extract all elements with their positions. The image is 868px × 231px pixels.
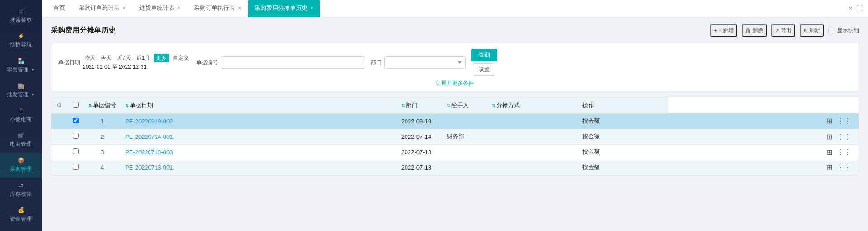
th-doc-date: ⇅单据日期 xyxy=(121,97,397,113)
show-col-toggle[interactable]: 显示明细 xyxy=(828,27,859,34)
sidebar-item-retail[interactable]: 🏪 零售管理 ▼ xyxy=(0,53,42,78)
th-dept: ⇅部门 xyxy=(397,97,442,113)
row-settings-icon[interactable] xyxy=(51,160,67,175)
refresh-button[interactable]: ↻ 刷新 xyxy=(800,24,824,37)
sidebar-item-ecom-small[interactable]: 📱 小畅电商 xyxy=(0,103,42,128)
sidebar-item-shortcut[interactable]: ⚡ 快捷导航 xyxy=(0,28,42,53)
view-icon[interactable]: ⊞ xyxy=(826,117,832,125)
date-field: 单据日期 昨天 今天 近7天 近1月 更多 自定义 2022-01-01 至 2… xyxy=(58,54,191,71)
row-doc-date: 2022-09-19 xyxy=(397,113,442,129)
maximize-icon[interactable]: ⛶ xyxy=(856,5,863,12)
row-checkbox[interactable] xyxy=(73,148,79,154)
row-checkbox-cell[interactable] xyxy=(67,129,84,144)
tab-purchase-order-stats[interactable]: 采购订单统计表 × xyxy=(72,0,132,17)
shortcut-today[interactable]: 今天 xyxy=(99,54,113,62)
sidebar-item-ledger[interactable]: 📒 总账管理 xyxy=(0,227,42,231)
tab-close-icon[interactable]: × xyxy=(310,5,313,11)
more-ops-icon[interactable]: ⋮⋮ xyxy=(837,117,851,125)
expand-label: 展开更多条件 xyxy=(441,80,474,87)
shortcut-yesterday[interactable]: 昨天 xyxy=(83,54,97,62)
dept-select[interactable]: 财务部 xyxy=(384,56,466,69)
tab-home[interactable]: 首页 xyxy=(47,0,71,17)
table-settings-header[interactable]: ⚙ xyxy=(51,97,67,113)
more-ops-icon[interactable]: ⋮⋮ xyxy=(837,148,851,156)
sidebar-item-label: 小畅电商 xyxy=(10,116,32,123)
doc-no-link[interactable]: PE-20220919-002 xyxy=(125,118,173,125)
more-ops-icon[interactable]: ⋮⋮ xyxy=(837,164,851,171)
export-icon: ↗ xyxy=(775,28,779,34)
row-checkbox-cell[interactable] xyxy=(67,160,84,175)
shortcut-more[interactable]: 更多 xyxy=(154,54,169,62)
sidebar-item-finance[interactable]: 💰 资金管理 xyxy=(0,203,42,227)
row-doc-date: 2022-07-13 xyxy=(397,144,442,160)
doc-no-input[interactable] xyxy=(221,56,365,69)
wholesale-icon: 🏬 xyxy=(18,83,24,89)
sidebar-item-search[interactable]: ☰ 搜索菜单 xyxy=(0,4,42,28)
tab-purchase-exec[interactable]: 采购订单执行表 × xyxy=(188,0,247,17)
shortcut-7days[interactable]: 近7天 xyxy=(115,54,133,62)
expand-row: ▽ 展开更多条件 xyxy=(58,80,851,87)
row-doc-no[interactable]: PE-20220919-002 xyxy=(121,113,397,129)
doc-no-link[interactable]: PE-20220713-003 xyxy=(125,149,173,156)
row-doc-no[interactable]: PE-20220713-003 xyxy=(121,144,397,160)
sidebar-item-label: 资金管理 xyxy=(10,215,32,223)
view-icon[interactable]: ⊞ xyxy=(826,148,832,156)
th-ops: 操作 xyxy=(578,97,668,113)
tab-close-icon[interactable]: × xyxy=(177,5,180,11)
export-button[interactable]: ↗ 导出 xyxy=(771,24,795,37)
row-checkbox[interactable] xyxy=(73,164,79,170)
purchase-icon: 📦 xyxy=(18,157,24,164)
row-checkbox-cell[interactable] xyxy=(67,144,84,160)
expand-button[interactable]: ▽ 展开更多条件 xyxy=(436,80,474,87)
shortcut-1month[interactable]: 近1月 xyxy=(135,54,152,62)
select-all-checkbox[interactable] xyxy=(73,102,79,108)
sidebar: ☰ 搜索菜单 ⚡ 快捷导航 🏪 零售管理 ▼ 🏬 批发管理 ▼ 📱 小畅电商 🛒… xyxy=(0,0,42,231)
delete-icon: 🗑 xyxy=(745,28,751,34)
show-col-checkbox[interactable] xyxy=(828,28,834,33)
sidebar-item-ecom[interactable]: 🛒 电商管理 xyxy=(0,128,42,153)
tab-inbound-stats[interactable]: 进货单统计表 × xyxy=(133,0,187,17)
more-ops-icon[interactable]: ⋮⋮ xyxy=(837,133,851,141)
close-all-tabs-icon[interactable]: × xyxy=(849,5,853,13)
delete-label: 删除 xyxy=(752,27,763,34)
add-button[interactable]: + + 新增 xyxy=(710,24,737,37)
tab-close-icon[interactable]: × xyxy=(238,5,241,11)
row-settings-icon[interactable] xyxy=(51,129,67,144)
tab-close-icon[interactable]: × xyxy=(123,5,126,11)
sidebar-item-wholesale[interactable]: 🏬 批发管理 ▼ xyxy=(0,78,42,103)
shortcut-custom[interactable]: 自定义 xyxy=(171,54,191,62)
table-checkbox-header[interactable] xyxy=(67,97,84,113)
row-settings-icon[interactable] xyxy=(51,113,67,129)
export-label: 导出 xyxy=(781,27,792,34)
row-settings-icon[interactable] xyxy=(51,144,67,160)
doc-no-link[interactable]: PE-20220713-001 xyxy=(125,164,173,171)
row-num: 2 xyxy=(84,129,121,144)
sidebar-item-inventory[interactable]: 🗂 库存核算 xyxy=(0,178,42,203)
row-doc-no[interactable]: PE-20220713-001 xyxy=(121,160,397,175)
row-doc-no[interactable]: PE-20220714-001 xyxy=(121,129,397,144)
row-checkbox-cell[interactable] xyxy=(67,113,84,129)
expand-icon: ▽ xyxy=(436,80,440,87)
row-checkbox[interactable] xyxy=(73,133,79,139)
sidebar-item-label: 采购管理 xyxy=(10,165,32,173)
view-icon[interactable]: ⊞ xyxy=(826,164,832,171)
search-buttons: 查询 设置 xyxy=(471,49,497,76)
main-content: 首页 采购订单统计表 × 进货单统计表 × 采购订单执行表 × 采购费用分摊单历… xyxy=(42,0,868,231)
view-icon[interactable]: ⊞ xyxy=(826,133,832,141)
query-button[interactable]: 查询 xyxy=(471,49,497,61)
setting-button[interactable]: 设置 xyxy=(473,63,495,76)
doc-no-label: 单据编号 xyxy=(196,59,218,66)
row-checkbox[interactable] xyxy=(73,118,79,123)
doc-no-link[interactable]: PE-20220714-001 xyxy=(125,133,173,140)
delete-button[interactable]: 🗑 删除 xyxy=(742,24,767,37)
page-header: 采购费用分摊单历史 + + 新增 🗑 删除 ↗ 导出 ↻ 刷新 xyxy=(51,24,859,37)
row-split-method: 按金额 xyxy=(578,129,668,144)
tab-purchase-cost-history[interactable]: 采购费用分摊单历史 × xyxy=(248,0,320,17)
finance-icon: 💰 xyxy=(18,207,24,213)
row-split-method: 按金额 xyxy=(578,144,668,160)
date-label: 单据日期 xyxy=(58,59,80,66)
refresh-label: 刷新 xyxy=(809,27,820,34)
row-dept xyxy=(442,113,487,129)
sidebar-item-purchase[interactable]: 📦 采购管理 xyxy=(0,153,42,178)
table-row: 2 PE-20220714-001 2022-07-14 财务部 按金额 ⊞ ⋮… xyxy=(51,129,859,144)
